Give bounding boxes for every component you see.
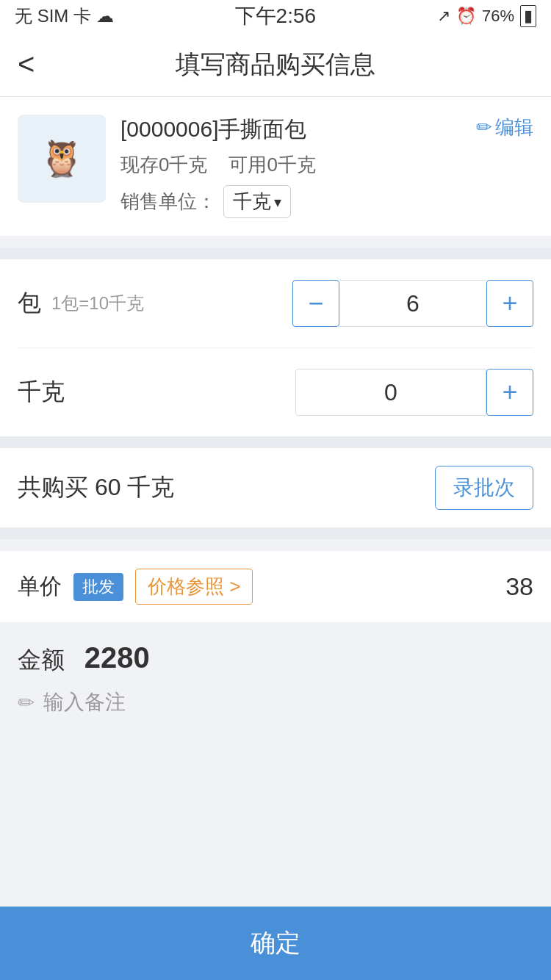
divider-3 xyxy=(0,527,551,539)
kg-text: 千克 xyxy=(18,376,65,408)
status-left: 无 SIM 卡 ☁ xyxy=(15,4,114,28)
back-icon: < xyxy=(18,48,35,80)
dropdown-icon: ▾ xyxy=(274,193,281,211)
kg-plus-button[interactable]: + xyxy=(486,369,533,416)
edit-button[interactable]: ✏ 编辑 xyxy=(476,115,533,140)
confirm-button[interactable]: 确定 xyxy=(0,907,551,980)
back-button[interactable]: < xyxy=(18,48,35,81)
status-time: 下午2:56 xyxy=(235,2,317,30)
battery-icon: ▮ xyxy=(520,5,536,27)
package-control: − + xyxy=(292,280,533,327)
package-text: 包 xyxy=(18,287,41,320)
package-minus-button[interactable]: − xyxy=(292,280,339,327)
price-label: 单价 xyxy=(18,572,62,602)
input-section: 包 1包=10千克 − + 千克 + xyxy=(0,259,551,436)
kg-plus-icon: + xyxy=(502,377,517,408)
page-title: 填写商品购买信息 xyxy=(176,48,375,82)
product-card: 🦉 [0000006]手撕面包 现存0千克 可用0千克 销售单位： 千克 ▾ ✏… xyxy=(0,97,551,236)
amount-section: 金额 2280 ✏ 输入备注 xyxy=(0,624,551,734)
summary-section: 共购买 60 千克 录批次 xyxy=(0,448,551,527)
edit-icon: ✏ xyxy=(476,116,492,139)
product-logo: 🦉 xyxy=(40,138,84,179)
price-value: 38 xyxy=(505,572,533,601)
summary-text: 共购买 60 千克 xyxy=(18,472,174,504)
divider-2 xyxy=(0,436,551,448)
package-row: 包 1包=10千克 − + xyxy=(18,259,533,348)
stock-available: 可用0千克 xyxy=(228,154,315,176)
minus-icon: − xyxy=(308,288,323,319)
product-image: 🦉 xyxy=(18,115,106,203)
stock-current: 现存0千克 xyxy=(120,154,207,176)
product-stock: 现存0千克 可用0千克 xyxy=(120,152,533,178)
location-icon: ↗ xyxy=(437,7,450,26)
price-ref-button[interactable]: 价格参照 > xyxy=(135,569,253,605)
product-name: [0000006]手撕面包 xyxy=(120,115,533,145)
edit-label: 编辑 xyxy=(495,115,533,140)
divider-1 xyxy=(0,248,551,259)
unit-label: 销售单位： xyxy=(120,189,216,215)
kg-input[interactable] xyxy=(295,369,486,416)
package-plus-button[interactable]: + xyxy=(486,280,533,327)
status-bar: 无 SIM 卡 ☁ 下午2:56 ↗ ⏰ 76% ▮ xyxy=(0,0,551,32)
batch-button[interactable]: 录批次 xyxy=(435,466,533,510)
kg-row: 千克 + xyxy=(18,348,533,436)
plus-icon: + xyxy=(502,288,517,319)
pencil-icon: ✏ xyxy=(18,691,35,715)
battery-status: 76% xyxy=(482,7,514,26)
package-label: 包 1包=10千克 xyxy=(18,287,144,320)
unit-value: 千克 xyxy=(233,189,271,215)
amount-row: 金额 2280 xyxy=(18,641,533,677)
kg-label: 千克 xyxy=(18,376,65,408)
price-tag: 批发 xyxy=(73,573,123,601)
unit-selector[interactable]: 千克 ▾ xyxy=(223,185,291,218)
package-input[interactable] xyxy=(339,280,486,327)
remark-row[interactable]: ✏ 输入备注 xyxy=(18,688,533,716)
package-hint: 1包=10千克 xyxy=(51,292,144,315)
amount-label: 金额 xyxy=(18,646,65,673)
sim-status: 无 SIM 卡 ☁ xyxy=(15,4,114,28)
status-right: ↗ ⏰ 76% ▮ xyxy=(437,5,536,27)
price-section: 单价 批发 价格参照 > 38 xyxy=(0,551,551,622)
nav-bar: < 填写商品购买信息 xyxy=(0,32,551,97)
remark-placeholder: 输入备注 xyxy=(43,688,126,716)
product-unit-row: 销售单位： 千克 ▾ xyxy=(120,185,533,218)
product-info: [0000006]手撕面包 现存0千克 可用0千克 销售单位： 千克 ▾ xyxy=(120,115,533,218)
amount-value: 2280 xyxy=(84,641,150,674)
alarm-icon: ⏰ xyxy=(456,7,476,26)
kg-control: + xyxy=(295,369,533,416)
